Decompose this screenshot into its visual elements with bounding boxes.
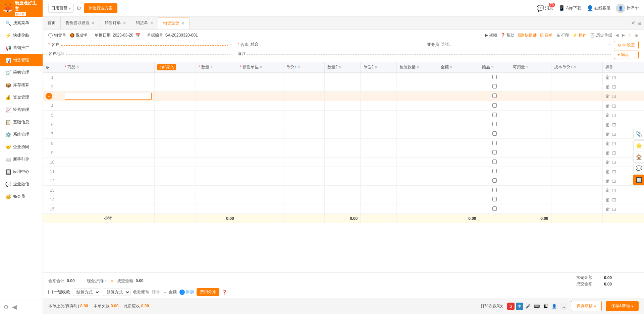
th-scan[interactable]: 扫码录入 <box>154 62 196 73</box>
sort-icon[interactable]: ⇅ <box>76 65 79 69</box>
one-click-pay-check[interactable]: 一键收款 <box>48 289 70 295</box>
quantity-cell[interactable] <box>196 73 237 82</box>
sidebar-item-finance[interactable]: 💰 资金管理 <box>0 91 43 104</box>
sidebar-item-operations[interactable]: 📈 经营管理 <box>0 104 43 116</box>
radio-delivery-input[interactable] <box>48 33 53 38</box>
app-download-btn[interactable]: 📱 App下载 <box>558 5 581 11</box>
shortcut-btn[interactable]: ⌨ 快捷键 <box>518 33 537 38</box>
sales-unit-cell[interactable] <box>237 91 283 101</box>
copy-row-icon[interactable]: ⊡ <box>612 84 616 89</box>
delete-row-icon[interactable]: 🗑 <box>605 93 610 99</box>
sidebar-item-guide[interactable]: 📖 新手引导 <box>0 153 43 166</box>
copy-icon[interactable]: ⊡ <box>612 178 616 184</box>
sidebar-item-quick-nav[interactable]: ⚡ 快捷导航 <box>0 29 43 42</box>
sort-icon[interactable]: ⇅ <box>450 65 452 69</box>
copy-icon[interactable]: ⊡ <box>612 206 616 212</box>
customer-dots[interactable]: ··· <box>229 42 232 47</box>
sidebar-item-marketing[interactable]: 📢 营销推广 <box>0 42 43 54</box>
bottom-icon-1[interactable]: S <box>507 303 515 310</box>
quantity2-cell[interactable] <box>324 91 361 101</box>
settings-btn[interactable]: ⚙ ⚙ 设置 <box>614 41 639 49</box>
tab-price-settings[interactable]: 售价提取设置 ✕ <box>61 17 100 29</box>
gift-checkbox[interactable] <box>492 113 497 117</box>
fee-split-btn[interactable]: 费用分摊 <box>197 288 219 296</box>
rfb-5[interactable]: 🔲 <box>633 175 644 185</box>
rfb-4[interactable]: 💬 <box>633 163 644 174</box>
unit2-cell[interactable] <box>361 73 397 82</box>
sort-icon[interactable]: ⇅ <box>298 65 301 69</box>
grid-view-icon[interactable]: ⊞ <box>635 33 639 38</box>
copy-icon[interactable]: ⊡ <box>612 169 616 174</box>
delete-icon[interactable]: 🗑 <box>605 169 610 174</box>
tab-sales-return-close-icon[interactable]: ✕ <box>181 21 184 26</box>
online-support-btn[interactable]: 👤 在线客服 <box>587 5 610 11</box>
gift-checkbox[interactable] <box>492 206 497 211</box>
bottom-icon-7[interactable]: ... <box>559 303 567 310</box>
delete-icon[interactable]: 🗑 <box>605 103 610 109</box>
tab-expand-icon[interactable]: ⊞ <box>637 20 641 26</box>
quantity-cell[interactable] <box>196 91 237 101</box>
account-dots[interactable]: ··· <box>163 290 166 295</box>
copy-row-icon[interactable]: ⊡ <box>612 75 616 80</box>
copy-icon[interactable]: ⊡ <box>612 141 616 146</box>
collapse-icon[interactable]: ◀ <box>12 303 17 311</box>
calculate-select[interactable]: 结算方式 <box>103 289 130 296</box>
sidebar-item-member[interactable]: 👑 畅会员 <box>0 190 43 203</box>
customer-input[interactable] <box>61 44 228 46</box>
sidebar-item-apps[interactable]: 🔲 应用中心 <box>0 166 43 178</box>
radio-delivery[interactable]: 销货单 <box>48 33 66 38</box>
delete-row-icon[interactable]: 🗑 <box>605 84 610 89</box>
pack-qty-cell[interactable] <box>396 82 438 91</box>
unit2-cell[interactable] <box>361 91 397 101</box>
video-btn[interactable]: ▶ 视频 <box>485 33 497 38</box>
sidebar-item-system[interactable]: ⚙️ 系统管理 <box>0 128 43 141</box>
copy-icon[interactable]: ⊡ <box>612 103 616 109</box>
settings-bottom-icon[interactable]: ⚙ <box>3 303 9 311</box>
sort-icon[interactable]: ⇅ <box>210 65 213 69</box>
date-value[interactable]: 2023-03-20 <box>113 33 133 38</box>
delete-icon[interactable]: 🗑 <box>605 206 610 212</box>
quantity-cell[interactable] <box>196 82 237 91</box>
sort-icon[interactable]: ⇅ <box>526 65 529 69</box>
sidebar-item-search[interactable]: 🔍 搜索菜单 <box>0 17 43 29</box>
cost-info-icon[interactable]: ℹ <box>571 65 573 69</box>
th-settings[interactable]: ⚙ <box>43 62 62 73</box>
warehouse-dots[interactable]: ··· <box>418 42 422 47</box>
gift-checkbox[interactable] <box>492 84 497 88</box>
gift-cell[interactable] <box>479 82 510 91</box>
gift-checkbox[interactable] <box>492 122 497 126</box>
operate-btn[interactable]: ⚡ 操作 <box>573 33 587 38</box>
sort-icon[interactable]: ⇅ <box>260 65 262 69</box>
copy-icon[interactable]: ⊡ <box>612 122 616 127</box>
delete-icon[interactable]: 🗑 <box>605 197 610 202</box>
copy-icon[interactable]: ⊡ <box>612 150 616 155</box>
fee-help-icon[interactable]: ❓ <box>222 290 227 295</box>
tab-home[interactable]: 首页 <box>43 17 61 29</box>
sort-icon[interactable]: ⇅ <box>375 65 377 69</box>
add-payment-btn[interactable]: + 添加 <box>179 289 194 295</box>
copy-icon[interactable]: ⊡ <box>612 197 616 202</box>
address-input[interactable] <box>66 53 228 55</box>
bottom-icon-3[interactable]: 🎤 <box>525 303 532 310</box>
sidebar-item-wechat[interactable]: 💬 企业微信 <box>0 178 43 190</box>
scan-btn[interactable]: 扫码录入 <box>157 64 176 70</box>
next-record-icon[interactable]: ▶ <box>622 33 625 38</box>
gift-cell[interactable] <box>479 91 510 101</box>
industry-dropdown[interactable]: 日用百货 ▾ <box>48 4 74 13</box>
quantity2-cell[interactable] <box>324 82 361 91</box>
delete-icon[interactable]: 🗑 <box>605 131 610 137</box>
logistics-btn[interactable]: + 物流 <box>614 51 639 59</box>
gift-checkbox[interactable] <box>492 178 497 183</box>
copy-icon[interactable]: ⊡ <box>612 160 616 165</box>
delete-icon[interactable]: 🗑 <box>605 150 610 155</box>
topbar-gear-icon[interactable]: ⚙ <box>76 5 81 11</box>
user-menu[interactable]: 👤 徐泽华 <box>616 4 639 13</box>
bottom-icon-2[interactable]: 中 <box>516 303 523 310</box>
gift-checkbox[interactable] <box>492 169 497 173</box>
gift-cell[interactable] <box>479 73 510 82</box>
delete-icon[interactable]: 🗑 <box>605 122 610 127</box>
history-btn[interactable]: 📋 历史单据 <box>590 33 612 38</box>
tab-sales-delivery-close-icon[interactable]: ✕ <box>150 21 153 25</box>
tab-price-close-icon[interactable]: ✕ <box>92 21 95 25</box>
calendar-icon[interactable]: 📅 <box>135 33 140 38</box>
